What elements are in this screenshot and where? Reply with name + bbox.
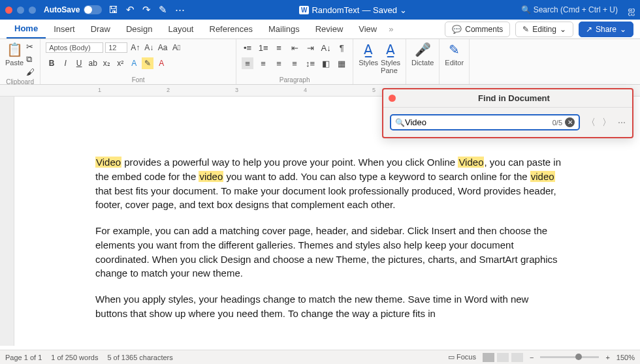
print-layout-view-icon[interactable] [483,353,494,362]
group-styles: A̲Styles A̲Styles Pane [353,39,406,84]
decrease-font-icon[interactable]: A↓ [143,42,155,53]
change-case-icon[interactable]: Aa [157,42,168,53]
window-controls[interactable] [5,7,36,14]
paragraph[interactable]: For example, you can add a matching cove… [95,224,562,281]
tab-references[interactable]: References [202,20,261,38]
bullets-icon[interactable]: •≡ [242,42,253,53]
format-painter-icon[interactable]: 🖌 [26,67,35,77]
find-options-icon[interactable]: ⋯ [618,118,626,127]
tab-layout[interactable]: Layout [160,20,201,38]
zoom-in-icon[interactable]: + [605,354,609,361]
align-left-icon[interactable]: ≡ [242,57,253,69]
redo-icon[interactable]: ↷ [142,4,151,16]
close-panel-icon[interactable] [389,95,396,102]
editor-button[interactable]: ✎Editor [445,42,464,67]
undo-icon[interactable]: ↶ [126,4,135,16]
chevron-down-icon: ⌄ [560,25,566,34]
more-icon[interactable]: ⋯ [175,4,185,16]
align-center-icon[interactable]: ≡ [257,57,269,69]
switch-icon[interactable] [84,5,102,14]
paragraph-marks-icon[interactable]: ¶ [336,42,347,53]
tab-design[interactable]: Design [118,20,160,38]
superscript-button[interactable]: x² [114,57,126,69]
multilevel-icon[interactable]: ≡ [273,42,285,53]
save-icon[interactable]: 🖫 [108,4,118,16]
sort-icon[interactable]: A↓ [320,42,332,53]
titlebar: AutoSave 🖫 ↶ ↷ ✎ ⋯ W RandomText — Saved … [0,0,640,20]
shading-icon[interactable]: ◧ [320,57,332,69]
focus-icon: ▭ [448,353,456,361]
status-chars[interactable]: 5 of 1365 characters [107,354,172,361]
numbering-icon[interactable]: 1≡ [257,42,269,53]
ribbon-toolbar: 📋Paste ✂ ⧉ 🖌 Clipboard Aptos (Body) 12 A… [0,39,640,85]
autosave-toggle[interactable]: AutoSave [44,5,102,14]
close-window-icon[interactable] [5,7,12,14]
quick-access-toolbar: 🖫 ↶ ↷ ✎ ⋯ [108,4,185,16]
font-color-icon[interactable]: A [155,57,167,69]
styles-pane-button[interactable]: A̲Styles Pane [381,42,400,74]
tab-overflow-icon[interactable]: » [385,24,397,34]
underline-button[interactable]: U [73,57,85,69]
text-effects-icon[interactable]: A [128,57,140,69]
tab-home[interactable]: Home [7,20,46,38]
indent-right-icon[interactable]: ⇥ [304,42,316,53]
search-field[interactable]: 🔍 Search (Cmd + Ctrl + U) [521,5,618,14]
find-prev-icon[interactable]: 〈 [586,117,596,129]
clear-format-icon[interactable]: A⃠ [170,42,182,53]
outline-view-icon[interactable] [511,353,523,362]
paragraph[interactable]: Video provides a powerful way to help yo… [95,155,562,212]
font-size-select[interactable]: 12 [105,42,127,53]
zoom-slider[interactable] [540,356,599,358]
align-right-icon[interactable]: ≡ [273,57,285,69]
cut-icon[interactable]: ✂ [26,42,35,52]
subscript-button[interactable]: x₂ [101,57,112,69]
zoom-out-icon[interactable]: − [530,354,534,361]
status-page[interactable]: Page 1 of 1 [5,354,42,361]
increase-font-icon[interactable]: A↑ [129,42,141,53]
tab-view[interactable]: View [351,20,385,38]
comments-button[interactable]: 💬Comments [445,22,510,37]
clear-search-icon[interactable]: ✕ [565,117,575,127]
bold-button[interactable]: B [46,57,57,69]
find-panel-title: Find in Document [401,93,627,103]
status-words[interactable]: 1 of 250 words [51,354,98,361]
minimize-window-icon[interactable] [17,7,24,14]
vertical-ruler[interactable] [0,97,14,346]
search-icon: 🔍 [521,5,531,14]
styles-button[interactable]: A̲Styles [359,42,378,67]
document-title[interactable]: W RandomText — Saved ⌄ [185,5,520,15]
indent-left-icon[interactable]: ⇤ [289,42,300,53]
find-text-input[interactable] [405,117,552,127]
strikethrough-button[interactable]: ab [87,57,99,69]
view-switcher [483,353,523,362]
find-highlight: video [199,171,223,182]
paste-button[interactable]: 📋Paste [5,42,24,67]
share-icon: ↗ [586,25,592,34]
highlight-icon[interactable]: ✎ [142,57,153,69]
quick-add-icon[interactable]: ✎ [159,4,167,16]
editing-mode-button[interactable]: ✎Editing⌄ [515,22,573,37]
find-input-wrap[interactable]: 🔍 0/5 ✕ [390,114,580,130]
borders-icon[interactable]: ▦ [336,57,347,69]
dictate-button[interactable]: 🎤Dictate [411,42,434,67]
tab-draw[interactable]: Draw [83,20,118,38]
find-in-document-panel: Find in Document 🔍 0/5 ✕ 〈 〉 ⋯ [382,88,633,138]
copy-icon[interactable]: ⧉ [26,54,35,65]
maximize-window-icon[interactable] [29,7,36,14]
web-layout-view-icon[interactable] [497,353,509,362]
line-spacing-icon[interactable]: ↕≡ [304,57,316,69]
search-icon: 🔍 [395,118,405,127]
zoom-level[interactable]: 150% [616,354,635,361]
sync-share-icon[interactable]: ஐ [628,4,635,16]
tab-insert[interactable]: Insert [46,20,83,38]
focus-mode-button[interactable]: ▭ Focus [448,353,476,361]
tab-review[interactable]: Review [308,20,351,38]
pencil-icon: ✎ [522,25,529,34]
paragraph[interactable]: When you apply styles, your headings cha… [95,292,562,321]
share-button[interactable]: ↗Share⌄ [579,22,633,37]
justify-icon[interactable]: ≡ [289,57,300,69]
tab-mailings[interactable]: Mailings [261,20,308,38]
italic-button[interactable]: I [59,57,71,69]
find-next-icon[interactable]: 〉 [602,117,611,129]
font-family-select[interactable]: Aptos (Body) [46,42,103,53]
